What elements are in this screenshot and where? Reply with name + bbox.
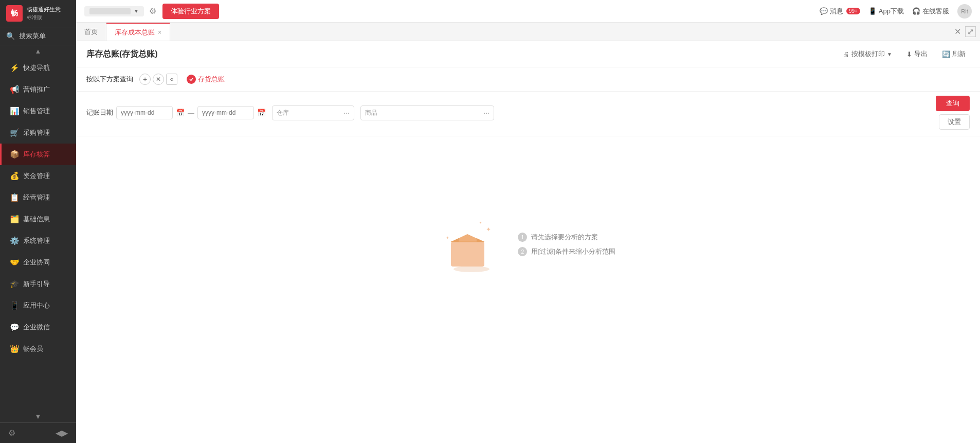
filter-scheme-bar: 按以下方案查询 + ✕ « 存货总账 xyxy=(76,67,980,92)
message-btn[interactable]: 💬 消息 99+ xyxy=(820,7,860,16)
print-dropdown-icon: ▼ xyxy=(887,51,892,57)
panel-close-btn[interactable]: ✕ xyxy=(954,27,961,37)
warehouse-filter-field: 仓库 ··· xyxy=(272,105,354,120)
sidebar-scroll-down[interactable]: ▼ xyxy=(0,411,76,422)
sidebar-item-system[interactable]: ⚙️ 系统管理 xyxy=(0,230,76,252)
sidebar: 畅 畅捷通好生意 标准版 🔍 搜索菜单 ▲ ⚡ 快捷导航 📢 营销推广 📊 销售… xyxy=(0,0,76,443)
sales-icon: 📊 xyxy=(10,107,19,116)
hint-num-2: 2 xyxy=(518,247,527,256)
settings-icon[interactable]: ⚙ xyxy=(8,428,15,438)
page-content: 库存总账(存货总账) 🖨 按模板打印 ▼ ⬇ 导出 🔄 刷新 按以下方案查询 xyxy=(76,41,980,443)
system-icon: ⚙️ xyxy=(10,236,19,245)
logo-title: 畅捷通好生意 xyxy=(27,6,61,13)
sidebar-item-finance[interactable]: 💰 资金管理 xyxy=(0,165,76,187)
sidebar-search[interactable]: 🔍 搜索菜单 xyxy=(0,27,76,45)
filter-action-btns: 查询 设置 xyxy=(936,96,970,130)
user-name-display: Rit xyxy=(961,8,968,14)
sidebar-item-label: 基础信息 xyxy=(23,215,50,224)
tabs-bar: 首页 库存成本总账 × ✕ ⤢ xyxy=(76,23,980,41)
sidebar-item-label: 经营管理 xyxy=(23,193,50,202)
sidebar-item-purchase[interactable]: 🛒 采购管理 xyxy=(0,122,76,144)
industry-btn[interactable]: 体验行业方案 xyxy=(162,4,219,19)
sidebar-scroll-up[interactable]: ▲ xyxy=(0,45,76,57)
calendar-start-icon[interactable]: 📅 xyxy=(176,109,185,117)
sidebar-item-label: 资金管理 xyxy=(23,171,50,181)
topbar-dropdown[interactable]: ▼ xyxy=(84,6,144,16)
delete-scheme-btn[interactable]: ✕ xyxy=(153,74,164,85)
user-avatar[interactable]: Rit xyxy=(957,4,972,19)
sidebar-item-marketing[interactable]: 📢 营销推广 xyxy=(0,79,76,100)
refresh-btn[interactable]: 🔄 刷新 xyxy=(938,47,970,61)
sidebar-item-label: 采购管理 xyxy=(23,128,50,137)
tab-close-icon[interactable]: × xyxy=(158,29,161,36)
sidebar-item-member[interactable]: 👑 畅会员 xyxy=(0,338,76,360)
export-btn[interactable]: ⬇ 导出 xyxy=(902,47,932,61)
product-filter-field: 商品 ··· xyxy=(360,105,494,120)
sidebar-item-newbie[interactable]: 🎓 新手引导 xyxy=(0,273,76,295)
empty-hint-1: 1 请先选择要分析的方案 xyxy=(518,233,615,242)
online-service-label: 在线客服 xyxy=(922,7,949,16)
product-more-icon[interactable]: ··· xyxy=(483,109,489,117)
scheme-item-inventory[interactable]: 存货总账 xyxy=(184,74,228,85)
svg-text:✦: ✦ xyxy=(446,236,449,240)
add-scheme-btn[interactable]: + xyxy=(139,74,151,85)
refresh-icon: 🔄 xyxy=(942,50,950,58)
logo-icon: 畅 xyxy=(6,5,23,22)
panel-resize-btn[interactable]: ⤢ xyxy=(965,26,976,37)
svg-text:✦: ✦ xyxy=(486,226,491,233)
export-label: 导出 xyxy=(914,49,928,59)
topbar-dropdown-text xyxy=(89,8,131,14)
sidebar-item-enterprise[interactable]: 🤝 企业协同 xyxy=(0,252,76,273)
tabs-bar-right: ✕ ⤢ xyxy=(954,26,980,37)
sidebar-item-appcenter[interactable]: 📱 应用中心 xyxy=(0,295,76,316)
sidebar-item-operation[interactable]: 📋 经营管理 xyxy=(0,187,76,208)
app-download-btn[interactable]: 📱 App下载 xyxy=(868,7,904,16)
finance-icon: 💰 xyxy=(10,171,19,181)
tab-home-label: 首页 xyxy=(84,27,98,37)
collapse-scheme-btn[interactable]: « xyxy=(166,74,177,85)
settings-btn[interactable]: 设置 xyxy=(939,114,970,130)
filter-row: 记账日期 📅 — 📅 仓库 ··· 商品 xyxy=(76,92,980,136)
sidebar-item-sales[interactable]: 📊 销售管理 xyxy=(0,100,76,122)
warehouse-select[interactable]: 仓库 ··· xyxy=(272,105,354,120)
newbie-icon: 🎓 xyxy=(10,279,19,289)
filter-scheme-actions: + ✕ « xyxy=(139,74,177,85)
online-service-btn[interactable]: 🎧 在线客服 xyxy=(912,7,949,16)
sidebar-item-quick-nav[interactable]: ⚡ 快捷导航 xyxy=(0,57,76,79)
tab-inventory-ledger[interactable]: 库存成本总账 × xyxy=(106,23,170,41)
inventory-icon: 📦 xyxy=(10,150,19,159)
gear-icon[interactable]: ⚙ xyxy=(149,6,156,16)
sidebar-item-label: 系统管理 xyxy=(23,236,50,245)
empty-illustration: ✦ ✦ ✦ xyxy=(441,214,502,275)
operation-icon: 📋 xyxy=(10,193,19,202)
empty-hint-2: 2 用[过滤]条件来缩小分析范围 xyxy=(518,247,615,256)
date-end-input[interactable] xyxy=(197,106,254,119)
sidebar-item-label: 企业协同 xyxy=(23,258,50,267)
message-badge: 99+ xyxy=(846,8,860,14)
query-btn[interactable]: 查询 xyxy=(936,96,970,111)
print-template-btn[interactable]: 🖨 按模板打印 ▼ xyxy=(839,47,896,61)
sidebar-item-wechat[interactable]: 💬 企业微信 xyxy=(0,316,76,338)
warehouse-more-icon[interactable]: ··· xyxy=(343,109,350,117)
svg-point-0 xyxy=(189,77,194,82)
page-header-actions: 🖨 按模板打印 ▼ ⬇ 导出 🔄 刷新 xyxy=(839,47,970,61)
svg-point-1 xyxy=(453,266,489,272)
sidebar-item-label: 快捷导航 xyxy=(23,63,50,73)
scheme-icon xyxy=(187,75,196,84)
logo-subtitle: 标准版 xyxy=(27,14,61,21)
product-select[interactable]: 商品 ··· xyxy=(360,105,494,120)
product-placeholder: 商品 xyxy=(365,109,377,117)
sidebar-item-inventory[interactable]: 📦 库存核算 xyxy=(0,144,76,165)
date-field-label: 记账日期 xyxy=(86,108,113,117)
purchase-icon: 🛒 xyxy=(10,128,19,137)
date-start-input[interactable] xyxy=(116,106,173,119)
print-icon: 🖨 xyxy=(843,50,849,58)
sidebar-item-basic[interactable]: 🗂️ 基础信息 xyxy=(0,208,76,230)
sidebar-footer: ⚙ ◀▶ xyxy=(0,422,76,443)
sidebar-item-label: 库存核算 xyxy=(23,150,50,159)
app-logo: 畅 畅捷通好生意 标准版 xyxy=(0,0,76,27)
tab-home[interactable]: 首页 xyxy=(76,23,106,41)
collapse-icon[interactable]: ◀▶ xyxy=(56,428,68,438)
date-input-group: 📅 — 📅 xyxy=(116,106,266,119)
calendar-end-icon[interactable]: 📅 xyxy=(257,109,266,117)
